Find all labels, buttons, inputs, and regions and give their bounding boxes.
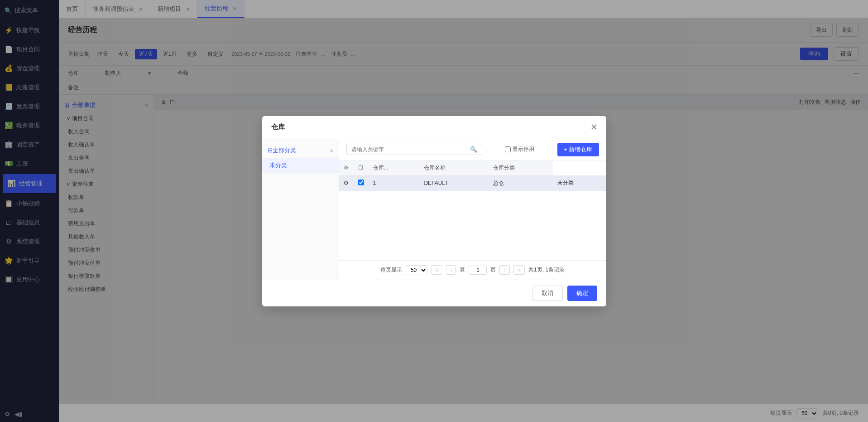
col-num-header: 仓库...: [369, 160, 420, 176]
modal-first-page-btn[interactable]: «: [431, 265, 442, 275]
modal-body: ⊞ 全部分类 « 未分类: [262, 139, 606, 280]
row-checkbox-0[interactable]: [358, 179, 364, 185]
modal-sidebar-all-label: 全部分类: [273, 146, 296, 155]
cancel-button[interactable]: 取消: [532, 286, 563, 301]
modal-search-icon: 🔍: [470, 146, 477, 153]
modal-footer: 取消 确定: [262, 280, 606, 306]
modal-sidebar-item-uncategorized[interactable]: 未分类: [262, 158, 339, 173]
modal-title: 仓库: [271, 123, 285, 131]
modal-sidebar-collapse[interactable]: «: [330, 147, 333, 154]
modal-last-page-btn[interactable]: »: [513, 265, 525, 275]
add-warehouse-button[interactable]: + 新增仓库: [557, 143, 599, 156]
modal-per-page-select[interactable]: 50: [406, 265, 427, 275]
modal-page-input[interactable]: [469, 266, 487, 275]
modal-total-text: 共1页, 1条记录: [528, 266, 565, 274]
modal-page-label: 算: [460, 266, 465, 274]
col-settings-header[interactable]: ⚙: [339, 160, 354, 176]
table-row[interactable]: ⚙ 1 DEFAULT 总仓 未分类: [339, 175, 606, 191]
modal-table-body: ⚙ 1 DEFAULT 总仓 未分类: [339, 175, 606, 191]
col-category-header: 仓库分类: [489, 160, 553, 176]
modal-sidebar-all[interactable]: ⊞ 全部分类 «: [262, 143, 339, 158]
modal-sidebar: ⊞ 全部分类 « 未分类: [262, 139, 339, 280]
modal-sidebar-items: 未分类: [262, 158, 339, 173]
modal-search-input[interactable]: [351, 146, 467, 153]
modal-search-box[interactable]: 🔍: [346, 144, 482, 155]
modal-pagination: 每页显示 50 « ‹ 算 页 › » 共1页, 1条记录: [339, 260, 606, 280]
modal-page-suffix: 页: [490, 266, 496, 274]
show-disabled-checkbox[interactable]: [505, 146, 511, 152]
modal-right-content: 🔍 显示停用 + 新增仓库 ⚙ ☐: [339, 139, 606, 280]
confirm-button[interactable]: 确定: [567, 286, 597, 301]
row-check-0[interactable]: [354, 175, 369, 191]
modal-table-head: ⚙ ☐ 仓库... 仓库名称 仓库分类: [339, 160, 606, 176]
modal-toolbar: 🔍 显示停用 + 新增仓库: [339, 139, 606, 160]
col-name-header: 仓库名称: [419, 160, 489, 176]
modal-overlay: 仓库 ✕ ⊞ 全部分类 « 未分类: [0, 0, 868, 422]
modal-prev-page-btn[interactable]: ‹: [446, 265, 456, 275]
modal-per-page-label: 每页显示: [380, 266, 402, 274]
modal-table: ⚙ ☐ 仓库... 仓库名称 仓库分类: [339, 160, 606, 191]
modal-next-page-btn[interactable]: ›: [499, 265, 509, 275]
row-code-0: DEFAULT: [419, 175, 489, 191]
warehouse-modal: 仓库 ✕ ⊞ 全部分类 « 未分类: [262, 116, 606, 306]
show-disabled-label[interactable]: 显示停用: [505, 146, 534, 153]
modal-close-button[interactable]: ✕: [590, 122, 597, 132]
row-name-0: 总仓: [489, 175, 553, 191]
grid-icon-modal: ⊞: [268, 147, 273, 154]
modal-table-wrap: ⚙ ☐ 仓库... 仓库名称 仓库分类: [339, 160, 606, 260]
col-check-header[interactable]: ☐: [354, 160, 369, 176]
row-category-0: 未分类: [553, 175, 606, 191]
row-num-0: 1: [369, 175, 420, 191]
row-settings-0[interactable]: ⚙: [339, 175, 354, 191]
modal-header: 仓库 ✕: [262, 116, 606, 139]
